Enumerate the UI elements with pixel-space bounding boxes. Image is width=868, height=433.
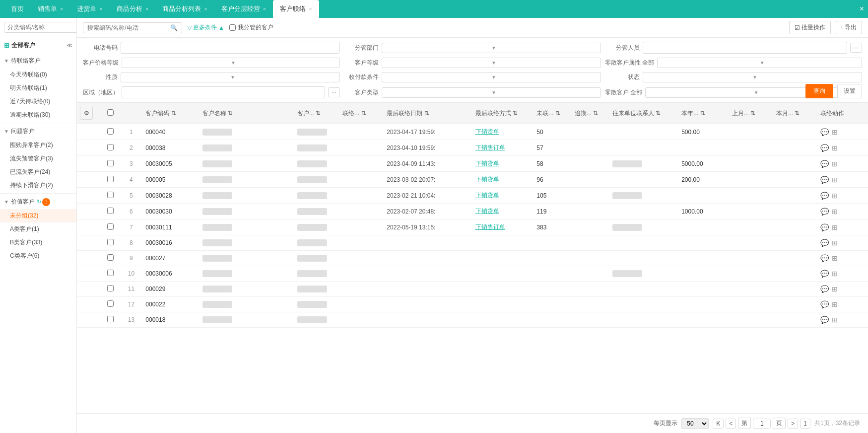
comment-icon-6[interactable]: 💬 — [820, 223, 829, 231]
th-contact[interactable]: 联络... ⇅ — [339, 103, 384, 124]
page-first-btn[interactable]: K — [713, 419, 724, 429]
th-code[interactable]: 客户编码 ⇅ — [142, 103, 200, 124]
th-last-month[interactable]: 上月... ⇅ — [729, 103, 773, 124]
field-region-input[interactable] — [122, 86, 325, 98]
row-check-2[interactable] — [107, 160, 114, 166]
group-problem-customers[interactable]: ▼ 问题客户 — [0, 124, 76, 139]
th-uncontact[interactable]: 未联... ⇅ — [534, 103, 571, 124]
nav-home[interactable]: 首页 — [4, 0, 31, 18]
select-all-checkbox[interactable] — [107, 109, 114, 116]
grid-action-icon-7[interactable]: ⊞ — [832, 239, 838, 247]
row-check-3[interactable] — [107, 176, 114, 182]
page-next-btn[interactable]: > — [788, 419, 798, 429]
comment-icon-4[interactable]: 💬 — [820, 192, 829, 200]
page-prev-btn[interactable]: < — [726, 419, 736, 429]
row-check-4[interactable] — [107, 192, 114, 198]
sidebar-item-overdue[interactable]: 逾期未联络(30) — [0, 108, 76, 122]
row-check-1[interactable] — [107, 144, 114, 150]
comment-icon-3[interactable]: 💬 — [820, 176, 829, 184]
row-check-0[interactable] — [107, 128, 114, 135]
method-link-0[interactable]: 下销货单 — [475, 128, 499, 135]
nav-product-analysis-close[interactable]: × — [145, 6, 148, 12]
method-link-6[interactable]: 下销售订单 — [475, 223, 505, 230]
method-link-3[interactable]: 下销货单 — [475, 176, 499, 183]
comment-icon-5[interactable]: 💬 — [820, 208, 829, 216]
row-check-7[interactable] — [107, 239, 114, 245]
sidebar-item-class-a[interactable]: A类客户(1) — [0, 222, 76, 236]
sidebar-item-churn-warning[interactable]: 流失预警客户(3) — [0, 152, 76, 165]
nav-product-list[interactable]: 商品分析列表 × — [155, 0, 214, 18]
group-pending-contact[interactable]: ▼ 待联络客户 — [0, 54, 76, 68]
row-check-6[interactable] — [107, 223, 114, 230]
sidebar-item-declining[interactable]: 持续下滑客户(2) — [0, 179, 76, 192]
comment-icon-0[interactable]: 💬 — [820, 128, 829, 136]
nav-purchase[interactable]: 进货单 × — [70, 0, 109, 18]
field-manager-input[interactable] — [643, 42, 847, 54]
field-price-grade-select[interactable]: ▼ — [122, 58, 340, 68]
page-size-select[interactable]: 50 100 200 — [681, 418, 709, 429]
sidebar-item-today[interactable]: 今天待联络(0) — [0, 68, 76, 81]
reset-button[interactable]: 设置 — [837, 84, 862, 98]
th-type[interactable]: 客户... ⇅ — [294, 103, 340, 124]
field-scatter-attr-select[interactable]: ▼ — [657, 58, 862, 68]
th-last-date[interactable]: 最后联络日期 ⇅ — [384, 103, 472, 124]
gear-settings-btn[interactable]: ⚙ — [80, 107, 93, 120]
grid-action-icon-12[interactable]: ⊞ — [832, 316, 838, 324]
main-search-icon[interactable]: 🔍 — [170, 24, 178, 31]
sidebar-search-input[interactable] — [4, 22, 77, 33]
comment-icon-2[interactable]: 💬 — [820, 160, 829, 168]
th-partner[interactable]: 往来单位联系人 ⇅ — [609, 103, 678, 124]
field-dept-select[interactable]: ▼ — [382, 43, 601, 53]
th-overdue[interactable]: 逾期... ⇅ — [572, 103, 609, 124]
method-link-4[interactable]: 下销货单 — [475, 192, 499, 199]
field-status-select[interactable]: ▼ — [643, 72, 862, 82]
field-customer-type-select[interactable]: ▼ — [382, 87, 601, 98]
field-grade-select[interactable]: ▼ — [382, 58, 601, 68]
nav-sales[interactable]: 销售单 × — [31, 0, 70, 18]
comment-icon-7[interactable]: 💬 — [820, 239, 829, 247]
grid-action-icon-2[interactable]: ⊞ — [832, 160, 838, 168]
method-link-5[interactable]: 下销货单 — [475, 208, 499, 215]
row-check-9[interactable] — [107, 270, 114, 276]
page-last-btn[interactable]: 1 — [800, 419, 810, 429]
th-this-month[interactable]: 本月... ⇅ — [773, 103, 817, 124]
field-phone-input[interactable] — [121, 42, 340, 54]
comment-icon-10[interactable]: 💬 — [820, 285, 829, 293]
all-customers-header[interactable]: ⊞ 全部客户 ≪ — [0, 37, 76, 54]
sidebar-item-class-b[interactable]: B类客户(33) — [0, 236, 76, 249]
th-year[interactable]: 本年... ⇅ — [678, 103, 729, 124]
row-check-12[interactable] — [107, 316, 114, 322]
nav-purchase-close[interactable]: × — [99, 6, 102, 12]
grid-action-icon-0[interactable]: ⊞ — [832, 128, 838, 136]
refresh-icon[interactable]: ↻ — [37, 199, 41, 205]
query-button[interactable]: 查询 — [805, 84, 833, 98]
sidebar-item-7days[interactable]: 近7天待联络(0) — [0, 95, 76, 108]
comment-icon-1[interactable]: 💬 — [820, 144, 829, 152]
comment-icon-9[interactable]: 💬 — [820, 270, 829, 278]
nav-customer-contact[interactable]: 客户联络 × — [273, 0, 319, 18]
method-link-1[interactable]: 下销售订单 — [475, 144, 505, 151]
method-link-2[interactable]: 下销货单 — [475, 160, 499, 167]
grid-action-icon-1[interactable]: ⊞ — [832, 144, 838, 152]
grid-action-icon-3[interactable]: ⊞ — [832, 176, 838, 184]
row-check-5[interactable] — [107, 208, 114, 214]
more-conditions-btn[interactable]: ▽ 更多条件 ▲ — [187, 23, 224, 32]
group-value-customers[interactable]: ▼ 价值客户 ↻ ! — [0, 195, 76, 209]
export-button[interactable]: ↑ 导出 — [835, 21, 862, 34]
comment-icon-8[interactable]: 💬 — [820, 254, 829, 262]
field-payment-select[interactable]: ▼ — [382, 72, 601, 82]
grid-action-icon-4[interactable]: ⊞ — [832, 192, 838, 200]
th-name[interactable]: 客户名称 ⇅ — [200, 103, 294, 124]
comment-icon-11[interactable]: 💬 — [820, 300, 829, 308]
row-check-8[interactable] — [107, 254, 114, 261]
nav-customer-segment-close[interactable]: × — [263, 6, 266, 12]
sidebar-item-churned[interactable]: 已流失客户(24) — [0, 165, 76, 179]
field-region-more[interactable]: ··· — [328, 87, 340, 97]
main-search-input[interactable] — [87, 24, 168, 31]
grid-action-icon-6[interactable]: ⊞ — [832, 223, 838, 231]
sidebar-item-class-c[interactable]: C类客户(6) — [0, 249, 76, 263]
nav-sales-close[interactable]: × — [60, 6, 63, 12]
nav-customer-segment[interactable]: 客户分层经营 × — [214, 0, 273, 18]
grid-action-icon-8[interactable]: ⊞ — [832, 254, 838, 262]
grid-action-icon-5[interactable]: ⊞ — [832, 208, 838, 216]
